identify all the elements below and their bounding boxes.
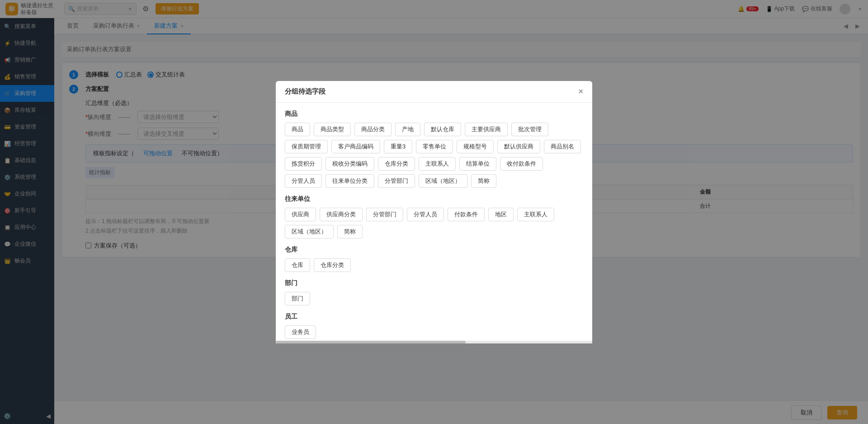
field-tag[interactable]: 产地 xyxy=(395,123,420,136)
horizontal-scrollbar-thumb xyxy=(276,341,466,343)
field-tag[interactable]: 供应商分类 xyxy=(320,208,363,221)
field-tag[interactable]: 拣货积分 xyxy=(285,157,322,171)
field-tag[interactable]: 区域（地区） xyxy=(285,225,334,238)
section-dept: 部门 部门 xyxy=(285,279,583,305)
field-tag[interactable]: 主联系人 xyxy=(517,208,554,221)
warehouse-tags: 仓库 仓库分类 xyxy=(285,258,583,272)
section-dept-title: 部门 xyxy=(285,279,583,287)
section-partner: 往来单位 供应商 供应商分类 分管部门 分管人员 付款条件 地区 主联系人 区域… xyxy=(285,195,583,238)
field-tag[interactable]: 业务员 xyxy=(285,325,316,339)
product-tags: 商品 商品类型 商品分类 产地 默认仓库 主要供应商 批次管理 保质期管理 客户… xyxy=(285,123,583,188)
section-partner-title: 往来单位 xyxy=(285,195,583,203)
field-tag[interactable]: 商品别名 xyxy=(544,140,581,153)
field-tag[interactable]: 默认供应商 xyxy=(497,140,540,153)
partner-tags: 供应商 供应商分类 分管部门 分管人员 付款条件 地区 主联系人 区域（地区） … xyxy=(285,208,583,238)
field-tag[interactable]: 分管部门 xyxy=(366,208,403,221)
field-tag[interactable]: 重量3 xyxy=(384,140,412,153)
horizontal-scrollbar[interactable] xyxy=(276,341,592,343)
field-tag[interactable]: 规格型号 xyxy=(457,140,494,153)
field-tag[interactable]: 简称 xyxy=(337,225,363,238)
field-tag[interactable]: 商品类型 xyxy=(314,123,351,136)
field-tag[interactable]: 部门 xyxy=(285,292,310,305)
section-employee: 员工 业务员 xyxy=(285,313,583,339)
field-tag[interactable]: 结算单位 xyxy=(459,157,496,171)
field-tag[interactable]: 客户商品编码 xyxy=(331,140,380,153)
field-tag[interactable]: 批次管理 xyxy=(511,123,548,136)
modal-close-button[interactable]: × xyxy=(578,87,583,95)
field-tag[interactable]: 保质期管理 xyxy=(285,140,328,153)
section-product-title: 商品 xyxy=(285,110,583,118)
section-warehouse: 仓库 仓库 仓库分类 xyxy=(285,246,583,272)
field-tag[interactable]: 往来单位分类 xyxy=(326,174,374,188)
modal-body: 商品 商品 商品类型 商品分类 产地 默认仓库 主要供应商 批次管理 保质期管理… xyxy=(276,103,592,341)
field-tag[interactable]: 付款条件 xyxy=(448,208,485,221)
field-tag[interactable]: 区域（地区） xyxy=(419,174,467,188)
modal-title: 分组待选字段 xyxy=(285,87,326,96)
field-tag[interactable]: 分管人员 xyxy=(285,174,322,188)
dept-tags: 部门 xyxy=(285,292,583,305)
field-tag[interactable]: 仓库分类 xyxy=(314,258,351,272)
field-tag[interactable]: 仓库分类 xyxy=(378,157,415,171)
section-employee-title: 员工 xyxy=(285,313,583,321)
field-tag[interactable]: 主联系人 xyxy=(419,157,456,171)
field-tag[interactable]: 供应商 xyxy=(285,208,316,221)
field-tag[interactable]: 商品 xyxy=(285,123,310,136)
employee-tags: 业务员 xyxy=(285,325,583,339)
field-tag[interactable]: 税收分类编码 xyxy=(326,157,374,171)
modal-header: 分组待选字段 × xyxy=(276,81,592,103)
modal-overlay: 分组待选字段 × 商品 商品 商品类型 商品分类 产地 默认仓库 主要供应商 批… xyxy=(0,0,868,424)
field-tag[interactable]: 默认仓库 xyxy=(424,123,461,136)
field-tag[interactable]: 商品分类 xyxy=(354,123,392,136)
section-warehouse-title: 仓库 xyxy=(285,246,583,254)
field-tag[interactable]: 分管部门 xyxy=(378,174,415,188)
field-tag[interactable]: 分管人员 xyxy=(407,208,444,221)
field-tag[interactable]: 零售单位 xyxy=(416,140,453,153)
field-tag[interactable]: 仓库 xyxy=(285,258,310,272)
section-product: 商品 商品 商品类型 商品分类 产地 默认仓库 主要供应商 批次管理 保质期管理… xyxy=(285,110,583,188)
field-tag[interactable]: 收付款条件 xyxy=(500,157,543,171)
field-tag[interactable]: 简称 xyxy=(471,174,496,188)
field-tag[interactable]: 地区 xyxy=(488,208,514,221)
field-tag[interactable]: 主要供应商 xyxy=(465,123,508,136)
modal: 分组待选字段 × 商品 商品 商品类型 商品分类 产地 默认仓库 主要供应商 批… xyxy=(276,81,592,343)
